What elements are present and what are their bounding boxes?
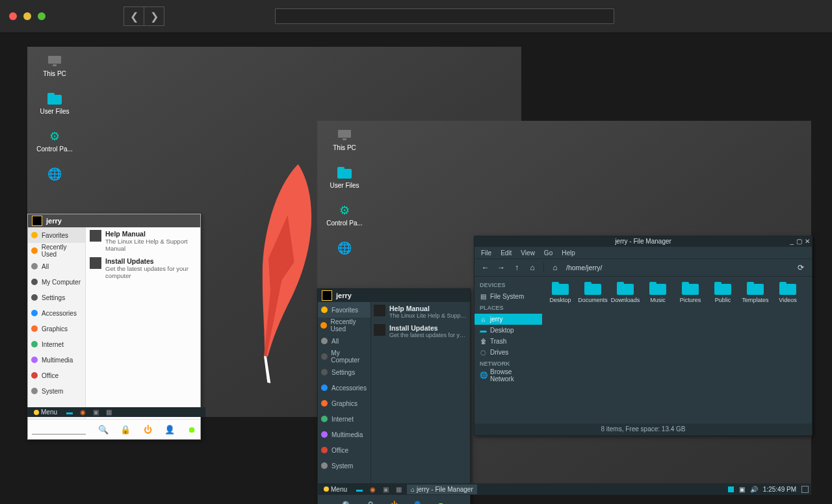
pinned-app-icon[interactable]: ▦ (394, 485, 403, 494)
back-button[interactable]: ❮ (124, 7, 144, 25)
folder-public[interactable]: Public (707, 282, 738, 303)
menu-file[interactable]: File (481, 249, 491, 257)
window-titlebar[interactable]: jerry - File Manager _ ▢ ✕ (474, 236, 812, 247)
power-icon[interactable]: ⏺ (436, 501, 445, 504)
user-icon[interactable]: 👤 (413, 501, 422, 504)
desktop-icon-control-panel[interactable]: ⚙ Control Pa... (325, 204, 364, 227)
maximize-window-dot[interactable] (38, 12, 46, 20)
file-manager-contents[interactable]: DesktopDocumentsDownloadsMusicPicturesPu… (542, 277, 812, 423)
search-icon[interactable]: 🔍 (343, 501, 352, 504)
pinned-firefox-icon[interactable]: ◉ (368, 485, 377, 494)
show-desktop-button[interactable] (801, 486, 809, 493)
category-item-system[interactable]: System (318, 458, 370, 473)
minimize-button[interactable]: _ (790, 236, 794, 247)
folder-music[interactable]: Music (642, 282, 673, 303)
category-item-settings[interactable]: Settings (28, 290, 85, 305)
taskbar-task-button[interactable]: ⌂jerry - File Manager (407, 485, 477, 494)
category-item-recently-used[interactable]: Recently Used (28, 243, 85, 258)
user-avatar-icon (32, 216, 42, 226)
lock-icon[interactable]: 🔒 (121, 425, 130, 434)
folder-desktop[interactable]: Desktop (545, 282, 576, 303)
sidebar-section-header: DEVICES (474, 279, 542, 291)
path-bar[interactable]: /home/jerry/ (566, 264, 790, 271)
category-item-recently-used[interactable]: Recently Used (318, 318, 370, 333)
app-item[interactable]: Install UpdatesGet the latest updates fo… (371, 321, 470, 341)
home-button[interactable]: ⌂ (528, 263, 537, 272)
app-item[interactable]: Help ManualThe Linux Lite Help & Support… (371, 302, 470, 321)
user-icon[interactable]: 👤 (165, 425, 174, 434)
maximize-button[interactable]: ▢ (796, 236, 802, 247)
tray-volume-icon[interactable]: 🔊 (750, 486, 758, 493)
search-icon[interactable]: 🔍 (99, 425, 108, 434)
category-item-settings[interactable]: Settings (318, 364, 370, 380)
category-item-my-computer[interactable]: My Computer (28, 274, 85, 290)
category-item-multimedia[interactable]: Multimedia (318, 427, 370, 442)
app-item[interactable]: Install UpdatesGet the latest updates fo… (86, 255, 200, 282)
menu-edit[interactable]: Edit (500, 249, 512, 257)
category-item-accessories[interactable]: Accessories (318, 380, 370, 396)
category-item-office[interactable]: Office (28, 368, 85, 383)
pinned-terminal-icon[interactable]: ▣ (91, 408, 100, 417)
folder-downloads[interactable]: Downloads (610, 282, 641, 303)
tray-workspace-icon[interactable] (728, 486, 734, 492)
close-window-dot[interactable] (9, 12, 17, 20)
category-item-graphics[interactable]: Graphics (28, 321, 85, 336)
category-item-graphics[interactable]: Graphics (318, 396, 370, 411)
desktop-icon-app[interactable]: 🌐 (35, 168, 74, 183)
folder-documents[interactable]: Documents (577, 282, 608, 303)
logout-icon[interactable]: ⏻ (143, 425, 152, 434)
app-item[interactable]: Help ManualThe Linux Lite Help & Support… (86, 227, 200, 255)
menu-help[interactable]: Help (562, 249, 575, 257)
category-item-office[interactable]: Office (318, 442, 370, 458)
folder-videos[interactable]: Videos (772, 282, 803, 303)
lock-icon[interactable]: 🔒 (366, 501, 375, 504)
category-item-accessories[interactable]: Accessories (28, 305, 85, 321)
menu-view[interactable]: View (521, 249, 535, 257)
pinned-app-icon[interactable]: ▦ (104, 408, 113, 417)
desktop-icon-this-pc[interactable]: This PC (35, 55, 74, 77)
forward-button[interactable]: ❯ (144, 7, 164, 25)
pinned-terminal-icon[interactable]: ▣ (381, 485, 390, 494)
forward-button[interactable]: → (497, 263, 506, 272)
folder-templates[interactable]: Templates (740, 282, 771, 303)
start-menu-search-input[interactable] (32, 425, 86, 435)
menu-go[interactable]: Go (544, 249, 552, 257)
folder-pictures[interactable]: Pictures (675, 282, 706, 303)
desktop-icon-this-pc[interactable]: This PC (325, 129, 364, 151)
sidebar-item-trash[interactable]: 🗑Trash (474, 336, 542, 347)
desktop-icon-app[interactable]: 🌐 (325, 242, 364, 257)
sidebar-item-filesystem[interactable]: ▤File System (474, 291, 542, 302)
start-button[interactable]: Menu (30, 407, 61, 417)
sidebar-item-desktop[interactable]: ▬Desktop (474, 325, 542, 336)
category-item-all[interactable]: All (28, 258, 85, 274)
category-item-favorites[interactable]: Favorites (28, 227, 85, 243)
start-button[interactable]: Menu (320, 485, 351, 494)
pinned-firefox-icon[interactable]: ◉ (78, 408, 87, 417)
home-path-icon[interactable]: ⌂ (551, 263, 560, 272)
back-button[interactable]: ← (481, 263, 490, 272)
refresh-button[interactable]: ⟳ (796, 263, 805, 272)
up-button[interactable]: ↑ (512, 263, 521, 272)
category-item-multimedia[interactable]: Multimedia (28, 352, 85, 368)
pinned-files-icon[interactable]: ▬ (65, 408, 74, 417)
desktop-icon-user-files[interactable]: User Files (35, 92, 74, 115)
sidebar-item-drives[interactable]: ◌Drives (474, 347, 542, 358)
tray-clock[interactable]: 1:25:49 PM (763, 486, 796, 493)
category-item-all[interactable]: All (318, 333, 370, 349)
start-menu-username: jerry (46, 217, 62, 225)
sidebar-item-home[interactable]: ⌂jerry (474, 314, 542, 325)
desktop-icon-control-panel[interactable]: ⚙ Control Pa... (35, 130, 74, 153)
address-bar[interactable] (275, 8, 614, 24)
category-item-my-computer[interactable]: My Computer (318, 349, 370, 364)
power-icon[interactable]: ⏺ (187, 425, 196, 434)
minimize-window-dot[interactable] (23, 12, 31, 20)
tray-bluetooth-icon[interactable]: ▣ (739, 486, 745, 493)
pinned-files-icon[interactable]: ▬ (355, 485, 364, 494)
category-item-system[interactable]: System (28, 383, 85, 399)
sidebar-item-network[interactable]: 🌐Browse Network (474, 370, 542, 381)
category-item-favorites[interactable]: Favorites (318, 302, 370, 318)
category-item-internet[interactable]: Internet (28, 336, 85, 352)
category-item-internet[interactable]: Internet (318, 411, 370, 427)
logout-icon[interactable]: ⏻ (389, 501, 398, 504)
close-button[interactable]: ✕ (805, 236, 810, 247)
